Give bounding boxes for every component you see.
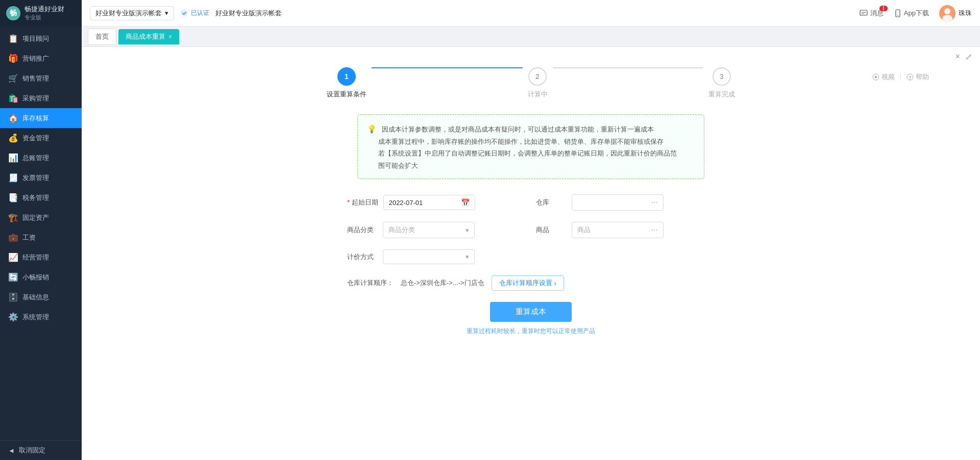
operations-icon: 📈 <box>8 252 17 262</box>
shield-icon <box>180 9 188 17</box>
step-1-label: 设置重算条件 <box>327 90 366 99</box>
sidebar-item-ledger[interactable]: 📊 总账管理 <box>0 148 82 168</box>
invoice-icon: 🧾 <box>8 173 17 183</box>
form-row-2: 商品分类 商品分类 ▾ 商品 商品 ··· <box>347 222 715 238</box>
start-date-label: 起始日期 <box>347 198 378 207</box>
pricing-arrow-icon: ▾ <box>465 253 469 261</box>
start-date-input[interactable]: 2022-07-01 📅 <box>383 195 475 210</box>
message-badge: 1 <box>879 6 888 11</box>
category-select[interactable]: 商品分类 ▾ <box>383 222 475 238</box>
sidebar-item-assets[interactable]: 🏗️ 固定资产 <box>0 208 82 227</box>
finance-icon: 💰 <box>8 133 17 143</box>
svg-point-2 <box>897 15 898 16</box>
app-download-button[interactable]: App下载 <box>894 9 929 18</box>
play-icon <box>872 73 879 81</box>
system-icon: ⚙️ <box>8 312 17 322</box>
svg-marker-7 <box>875 75 878 79</box>
info-box: 💡 因成本计算参数调整，或是对商品成本有疑问时，可以通过成本重算功能，重新计算一… <box>357 114 704 179</box>
expand-button[interactable]: ⤢ <box>965 52 972 62</box>
step-3: 3 重算完成 <box>708 67 735 99</box>
assets-icon: 🏗️ <box>8 213 17 222</box>
category-placeholder: 商品分类 <box>388 225 415 235</box>
sidebar-item-purchase[interactable]: 🛍️ 采购管理 <box>0 88 82 108</box>
step-1-circle: 1 <box>337 67 356 86</box>
form-row-1: 起始日期 2022-07-01 📅 仓库 ··· <box>347 194 715 211</box>
purchase-icon: 🛍️ <box>8 93 17 103</box>
form-area: 起始日期 2022-07-01 📅 仓库 ··· 商品分 <box>347 194 715 336</box>
sidebar: 畅 畅捷通好业财 专业版 📋 项目顾问 🎁 营销推广 🛒 销售管理 🛍️ 采购管… <box>0 0 82 460</box>
sidebar-item-sales[interactable]: 🛒 销售管理 <box>0 68 82 88</box>
sidebar-item-system[interactable]: ⚙️ 系统管理 <box>0 307 82 327</box>
help-link[interactable]: ? 帮助 <box>906 72 929 82</box>
message-button[interactable]: 消息 1 <box>859 9 884 18</box>
goods-dots-icon[interactable]: ··· <box>651 225 658 235</box>
main-area: 好业财专业版演示帐套 ▾ 已认证 好业财专业版演示帐套 消息 1 <box>82 0 980 460</box>
sidebar-item-expense[interactable]: 🔄 小畅报销 <box>0 267 82 287</box>
steps-wrapper: 1 设置重算条件 2 计算中 3 重算完成 <box>327 67 735 99</box>
info-icon: 💡 <box>367 122 377 136</box>
logo-icon: 畅 <box>6 6 20 20</box>
goods-input[interactable]: 商品 ··· <box>572 222 664 238</box>
sidebar-item-basic[interactable]: 🗄️ 基础信息 <box>0 287 82 307</box>
sidebar-item-finance[interactable]: 💰 资金管理 <box>0 128 82 148</box>
marketing-icon: 🎁 <box>8 54 17 63</box>
logo-text: 畅捷通好业财 专业版 <box>24 5 64 21</box>
sidebar-item-inventory[interactable]: 🏠 库存核算 <box>0 108 82 128</box>
help-icon: ? <box>906 73 914 81</box>
phone-icon <box>894 9 902 17</box>
message-icon <box>859 9 868 18</box>
pricing-select[interactable]: ▾ <box>383 249 475 264</box>
expense-icon: 🔄 <box>8 272 17 282</box>
sidebar-item-marketing[interactable]: 🎁 营销推广 <box>0 48 82 68</box>
basic-icon: 🗄️ <box>8 292 17 302</box>
sidebar-item-project[interactable]: 📋 项目顾问 <box>0 29 82 48</box>
category-arrow-icon: ▾ <box>465 226 469 234</box>
step-2: 2 计算中 <box>528 67 548 99</box>
warehouse-input[interactable]: ··· <box>572 194 664 211</box>
tax-icon: 📑 <box>8 193 17 202</box>
step-3-label: 重算完成 <box>708 90 735 99</box>
svg-text:?: ? <box>909 75 912 80</box>
sidebar-item-payroll[interactable]: 💼 工资 <box>0 227 82 247</box>
svg-rect-0 <box>860 10 867 15</box>
sidebar-item-invoice[interactable]: 🧾 发票管理 <box>0 168 82 188</box>
sidebar-item-tax[interactable]: 📑 税务管理 <box>0 188 82 208</box>
start-date-group: 起始日期 2022-07-01 📅 <box>347 195 526 210</box>
tab-home[interactable]: 首页 <box>88 29 116 45</box>
step-1-2-line <box>372 67 523 68</box>
goods-group: 商品 商品 ··· <box>536 222 715 238</box>
user-menu[interactable]: 珠珠 <box>939 5 972 21</box>
form-row-3: 计价方式 ▾ <box>347 249 715 264</box>
chevron-right-icon: › <box>554 279 556 287</box>
step-2-circle: 2 <box>528 67 547 86</box>
top-links: 视频 | ? 帮助 <box>872 72 929 82</box>
avatar-image <box>939 5 955 21</box>
recalc-button[interactable]: 重算成本 <box>490 302 572 322</box>
pricing-group: 计价方式 ▾ <box>347 249 715 264</box>
step-3-circle: 3 <box>713 67 731 86</box>
video-link[interactable]: 视频 <box>872 72 895 82</box>
tab-product-cost-recalc[interactable]: 商品成本重算 × <box>118 29 179 44</box>
calc-order-settings-button[interactable]: 仓库计算顺序设置 › <box>492 275 564 291</box>
calendar-icon[interactable]: 📅 <box>461 198 470 207</box>
link-separator: | <box>900 72 901 82</box>
account-selector[interactable]: 好业财专业版演示帐套 ▾ <box>90 6 174 20</box>
ledger-icon: 📊 <box>8 153 17 163</box>
sidebar-unpin[interactable]: ◄ 取消固定 <box>0 440 82 460</box>
tab-close-icon[interactable]: × <box>168 33 172 40</box>
sidebar-item-operations[interactable]: 📈 经营管理 <box>0 247 82 267</box>
topbar: 好业财专业版演示帐套 ▾ 已认证 好业财专业版演示帐套 消息 1 <box>82 0 980 27</box>
svg-point-4 <box>944 8 950 14</box>
warehouse-label: 仓库 <box>536 198 567 207</box>
goods-label: 商品 <box>536 225 567 235</box>
calc-order-row: 仓库计算顺序： 总仓->深圳仓库->...->门店仓 仓库计算顺序设置 › <box>347 275 715 291</box>
start-date-value: 2022-07-01 <box>389 199 423 207</box>
avatar <box>939 5 955 21</box>
step-1: 1 设置重算条件 <box>327 67 366 99</box>
unpin-icon: ◄ <box>8 447 15 454</box>
warehouse-dots-icon[interactable]: ··· <box>651 198 658 207</box>
recalc-container: 重算成本 重算过程耗时较长，重算时您可以正常使用产品 <box>347 302 715 336</box>
calc-order-label: 仓库计算顺序： <box>347 278 394 288</box>
tabbar: 首页 商品成本重算 × <box>82 27 980 47</box>
goods-placeholder: 商品 <box>577 225 591 235</box>
